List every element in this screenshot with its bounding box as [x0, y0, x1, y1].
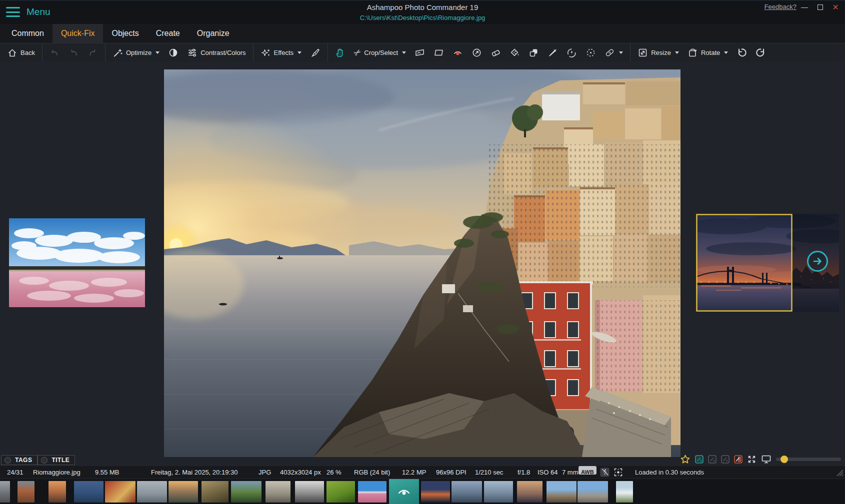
filmstrip-thumb-white-houses[interactable]	[266, 481, 290, 503]
radio-icon	[41, 457, 48, 464]
filmstrip-thumb-rocky-peaks[interactable]	[578, 481, 608, 503]
filmstrip-slot	[262, 479, 294, 504]
feedback-link[interactable]: Feedback?	[764, 3, 796, 10]
arrow-circle-icon	[472, 47, 482, 58]
next-image-preview[interactable]	[696, 214, 839, 312]
filmstrip-slot	[325, 479, 356, 504]
monitor-icon[interactable]	[761, 455, 772, 464]
optimize-button[interactable]: Optimize	[109, 46, 163, 59]
menu-button[interactable]: Menu	[6, 6, 50, 17]
fill-button[interactable]	[506, 46, 524, 59]
minimize-button[interactable]: —	[799, 1, 810, 12]
rotate-ccw-icon	[736, 47, 747, 58]
tags-toggle[interactable]: TAGS	[1, 455, 38, 465]
fill-bucket-icon	[510, 47, 520, 58]
eyedropper-icon	[548, 47, 558, 58]
undo-all-button[interactable]	[46, 46, 64, 59]
status-color-depth: RGB (24 bit)	[354, 466, 390, 479]
back-button[interactable]: Back	[4, 46, 38, 59]
contrast-colors-button[interactable]: Contrast/Colors	[184, 46, 249, 59]
undo-button[interactable]	[65, 46, 82, 59]
straighten-button[interactable]	[411, 46, 428, 59]
red-eye-button[interactable]	[449, 46, 466, 59]
filmstrip-thumb-waterfall-mountain[interactable]	[168, 481, 198, 503]
smudge-button[interactable]	[563, 46, 580, 59]
filmstrip-thumb-town-mountain[interactable]	[0, 481, 10, 503]
sparkles-icon	[260, 47, 271, 58]
previous-image-preview[interactable]	[9, 218, 145, 307]
auto-contrast-button[interactable]	[164, 46, 182, 59]
clone-button[interactable]	[525, 46, 542, 59]
selection-circle-button[interactable]	[582, 46, 600, 59]
tab-create[interactable]: Create	[148, 24, 188, 43]
filmstrip-slot	[577, 479, 608, 504]
eraser-button[interactable]	[487, 46, 504, 59]
pipette-button[interactable]	[544, 46, 562, 59]
workspace: TAGS TITLE	[0, 61, 845, 466]
hamburger-icon	[6, 7, 20, 17]
close-button[interactable]: ✕	[830, 1, 841, 12]
rating-star-icon[interactable]	[680, 454, 690, 465]
resize-button[interactable]: Resize	[634, 46, 682, 59]
filmstrip-thumb-cathedral-bw[interactable]	[295, 481, 324, 503]
edit-mode-active-icon[interactable]	[695, 455, 704, 464]
tab-organize[interactable]: Organize	[188, 24, 238, 43]
draw-button[interactable]	[306, 46, 324, 59]
filmstrip-thumb-torii-gate[interactable]	[137, 481, 167, 503]
filmstrip-thumb-lily-pads[interactable]	[326, 481, 355, 503]
filmstrip-thumb-tree-branches[interactable]	[202, 481, 228, 503]
title-toggle[interactable]: TITLE	[38, 455, 75, 465]
filmstrip-thumb-palm-beach-sunset[interactable]	[517, 481, 542, 503]
next-image-button[interactable]	[807, 251, 828, 272]
filmstrip	[0, 479, 845, 504]
dropdown-caret	[156, 51, 160, 54]
filmstrip-thumb-narrow-waterfall[interactable]	[616, 481, 633, 503]
bandage-icon	[604, 47, 615, 58]
pan-tool-button[interactable]	[332, 46, 349, 59]
shape-tool-button[interactable]	[430, 46, 448, 59]
status-format: JPG	[258, 466, 271, 479]
zoom-slider-knob[interactable]	[780, 456, 788, 463]
fullscreen-icon[interactable]	[747, 455, 756, 464]
dropdown-caret	[675, 51, 679, 54]
delete-mode-icon[interactable]	[734, 455, 742, 464]
filmstrip-slot	[230, 479, 262, 504]
filmstrip-thumb-nordic-houses[interactable]	[452, 481, 482, 503]
resize-grip[interactable]	[835, 468, 844, 477]
filmstrip-slot	[482, 479, 514, 504]
filmstrip-thumb-red-rooftops[interactable]	[18, 481, 34, 503]
filmstrip-thumb-green-valley[interactable]	[231, 481, 262, 503]
metering-icon	[614, 468, 623, 477]
filmstrip-slot	[199, 479, 230, 504]
filmstrip-thumb-pink-lake[interactable]	[358, 481, 386, 503]
filmstrip-slot	[168, 479, 199, 504]
effects-button[interactable]: Effects	[257, 46, 306, 59]
tab-quick-fix[interactable]: Quick-Fix	[52, 24, 104, 43]
filmstrip-thumb-selected-riomaggiore-current[interactable]	[389, 479, 419, 504]
filmstrip-thumb-lake-island-church[interactable]	[484, 481, 513, 503]
edit-mode-icon[interactable]	[708, 455, 716, 464]
rotate-free-button[interactable]	[468, 46, 486, 59]
crop-select-button[interactable]: ✂ Crop/Select	[350, 46, 410, 59]
filmstrip-thumb-bay-bridge-sunset[interactable]	[421, 481, 450, 503]
filmstrip-slot	[420, 479, 451, 504]
main-photo-canvas[interactable]	[164, 69, 680, 457]
redo-button[interactable]	[84, 46, 102, 59]
retouch-button[interactable]	[601, 46, 626, 59]
undo-icon	[68, 47, 79, 58]
tab-common[interactable]: Common	[3, 24, 52, 43]
filmstrip-thumb-ceramic-plates[interactable]	[105, 481, 136, 503]
rotate-button[interactable]: Rotate	[684, 46, 732, 59]
tab-objects[interactable]: Objects	[103, 24, 147, 43]
maximize-button[interactable]	[814, 1, 826, 12]
rotate-cw-button[interactable]	[752, 46, 770, 59]
rotate-ccw-button[interactable]	[733, 46, 750, 59]
filmstrip-thumb-harbor-houses[interactable]	[74, 481, 104, 503]
dropdown-caret	[298, 51, 302, 54]
zoom-slider[interactable]	[776, 458, 841, 461]
edit-mode-icon[interactable]	[721, 455, 730, 464]
undo-all-icon	[50, 47, 60, 58]
filmstrip-thumb-autumn-city[interactable]	[48, 481, 66, 503]
status-filesize: 9.55 MB	[95, 466, 119, 479]
filmstrip-thumb-arena-sky[interactable]	[546, 481, 576, 503]
